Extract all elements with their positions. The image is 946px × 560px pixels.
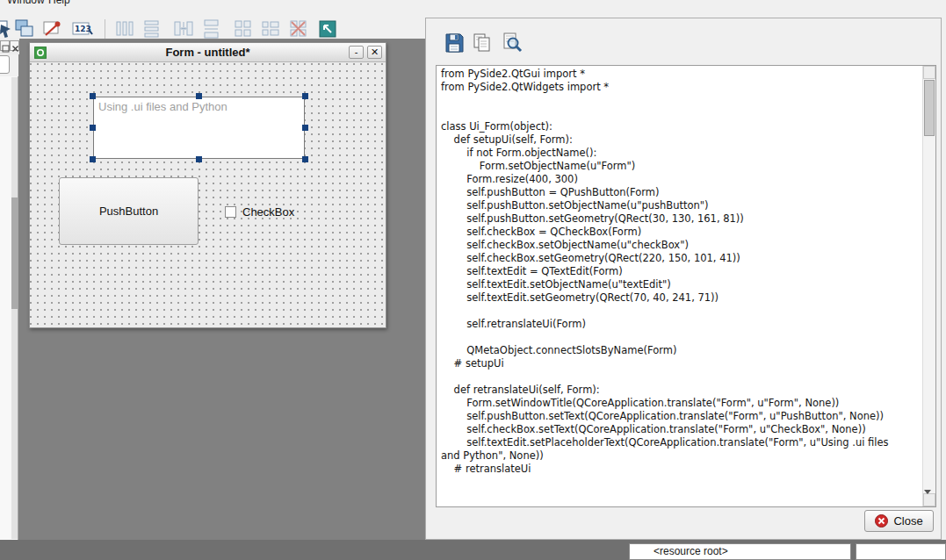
code-line: QMetaObject.connectSlotsByName(Form)	[441, 344, 922, 357]
layout-horizontal-icon[interactable]	[114, 18, 135, 39]
layout-vertical-icon[interactable]	[141, 18, 162, 39]
code-line: Form.setWindowTitle(QCoreApplication.tra…	[441, 397, 922, 410]
form-editor-window: Form - untitled* - ✕ Using .ui files and…	[29, 42, 386, 328]
find-icon[interactable]	[501, 32, 524, 54]
dock-close-button[interactable]	[10, 40, 19, 51]
code-line	[441, 107, 922, 120]
code-line: self.pushButton.setGeometry(QRect(30, 13…	[441, 212, 922, 226]
code-line	[441, 331, 922, 344]
scroll-up-button[interactable]	[923, 66, 935, 79]
scroll-down-button[interactable]	[923, 493, 935, 506]
layout-grid-icon[interactable]	[233, 18, 254, 39]
layout-horizontal-splitter-icon[interactable]	[173, 18, 194, 39]
menu-help[interactable]: Help	[48, 0, 70, 6]
widget-filter-input[interactable]	[0, 55, 10, 74]
code-content: from PySide2.QtGui import *from PySide2.…	[437, 66, 922, 506]
code-line: def setupUi(self, Form):	[441, 133, 922, 147]
textedit-widget[interactable]: Using .ui files and Python	[93, 97, 305, 159]
code-line: from PySide2.QtGui import *	[441, 68, 922, 81]
code-line	[441, 370, 922, 384]
code-line: self.textEdit = QTextEdit(Form)	[441, 265, 922, 278]
close-window-button[interactable]: ✕	[367, 46, 382, 59]
code-line: and Python", None))	[441, 449, 922, 463]
code-line: self.textEdit.setPlaceholderText(QCoreAp…	[441, 436, 922, 449]
edit-signals-slots-icon[interactable]	[42, 18, 63, 39]
code-line: self.pushButton.setObjectName(u"pushButt…	[441, 199, 922, 212]
checkbox-widget[interactable]: CheckBox	[225, 205, 294, 218]
raise-widget-icon[interactable]	[14, 18, 35, 39]
edit-tab-order-icon[interactable]: 123	[72, 18, 93, 39]
adjust-size-icon[interactable]	[317, 18, 338, 39]
svg-text:123: 123	[75, 25, 91, 33]
code-line: self.pushButton = QPushButton(Form)	[441, 186, 922, 199]
code-vertical-scrollbar[interactable]	[922, 66, 935, 506]
code-line: # retranslateUi	[441, 463, 922, 476]
form-window-titlebar[interactable]: Form - untitled* - ✕	[30, 43, 386, 62]
code-line: self.textEdit.setObjectName(u"textEdit")	[441, 278, 922, 291]
code-line: if not Form.objectName():	[441, 147, 922, 160]
resource-side-panel	[856, 543, 946, 560]
code-line: self.checkBox = QCheckBox(Form)	[441, 226, 922, 239]
code-line: def retranslateUi(self, Form):	[441, 384, 922, 397]
code-line	[441, 305, 922, 318]
code-line: class Ui_Form(object):	[441, 120, 922, 133]
toolbar-separator	[105, 19, 105, 39]
menu-window[interactable]: Window	[7, 0, 45, 6]
code-line: self.pushButton.setText(QCoreApplication…	[441, 410, 922, 423]
menubar: Window Help	[0, 0, 946, 7]
code-line: self.checkBox.setObjectName(u"checkBox")	[441, 239, 922, 252]
code-line: self.retranslateUi(Form)	[441, 318, 922, 331]
scrollbar-thumb[interactable]	[924, 80, 935, 136]
save-icon[interactable]	[443, 32, 466, 54]
pushbutton-widget[interactable]: PushButton	[59, 177, 199, 245]
close-dialog-button[interactable]: Close	[864, 510, 934, 532]
form-window-title: Form - untitled*	[30, 46, 386, 59]
layout-form-icon[interactable]	[260, 18, 281, 39]
widget-box-scrollbar-thumb[interactable]	[11, 197, 18, 309]
pushbutton-label: PushButton	[99, 205, 158, 218]
resource-root-item[interactable]: <resource root>	[629, 543, 851, 560]
break-layout-icon[interactable]	[288, 18, 309, 39]
checkbox-box[interactable]	[225, 206, 236, 218]
close-icon	[875, 514, 888, 528]
code-line: self.checkBox.setText(QCoreApplication.t…	[441, 423, 922, 436]
close-button-label: Close	[893, 514, 922, 528]
dock-float-button[interactable]	[0, 40, 10, 51]
code-line	[441, 94, 922, 107]
code-line: self.textEdit.setGeometry(QRect(70, 40, …	[441, 291, 922, 305]
edit-widgets-icon[interactable]	[0, 18, 13, 39]
copy-icon[interactable]	[471, 32, 494, 54]
minimize-button[interactable]: -	[349, 46, 364, 59]
qt-designer-window: Window Help 123	[0, 0, 946, 560]
form-canvas[interactable]: Using .ui files and Python PushButton Ch…	[30, 62, 386, 327]
checkbox-label: CheckBox	[242, 205, 294, 219]
code-preview-dialog: from PySide2.QtGui import *from PySide2.…	[425, 18, 942, 540]
code-line: from PySide2.QtWidgets import *	[441, 81, 922, 94]
code-line: # setupUi	[441, 357, 922, 370]
layout-vertical-splitter-icon[interactable]	[201, 18, 222, 39]
code-line: Form.setObjectName(u"Form")	[441, 160, 922, 173]
code-view[interactable]: from PySide2.QtGui import *from PySide2.…	[436, 65, 936, 507]
code-line: Form.resize(400, 300)	[441, 173, 922, 186]
code-line: self.checkBox.setGeometry(QRect(220, 150…	[441, 252, 922, 265]
